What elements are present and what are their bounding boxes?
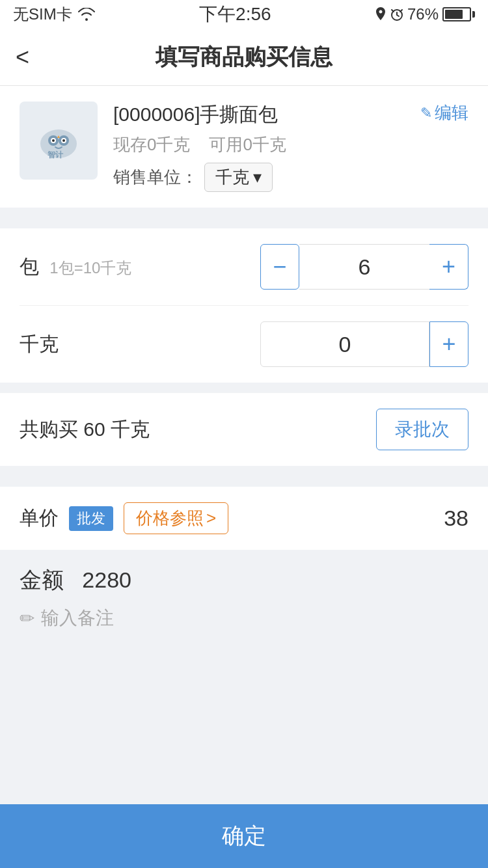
amount-section: 金额 2280 ✏ 输入备注 xyxy=(0,550,488,647)
input-section: 包 1包=10千克 − + 千克 + xyxy=(0,228,488,383)
kg-plus-button[interactable]: + xyxy=(429,321,468,367)
bag-plus-button[interactable]: + xyxy=(429,244,468,290)
price-ref-label: 价格参照 xyxy=(136,507,204,530)
bag-quantity-row: 包 1包=10千克 − + xyxy=(20,228,468,306)
bag-sublabel: 1包=10千克 xyxy=(49,259,131,277)
owl-logo: 智计 xyxy=(36,121,81,160)
battery-percent: 76% xyxy=(407,5,439,23)
price-ref-button[interactable]: 价格参照 > xyxy=(124,502,228,534)
svg-point-6 xyxy=(52,139,55,142)
kg-label: 千克 xyxy=(20,331,247,358)
amount-row: 金额 2280 xyxy=(20,565,468,595)
product-info: [0000006]手撕面包 ✎ 编辑 现存0千克 可用0千克 销售单位： 千克 … xyxy=(113,102,468,192)
unit-selector[interactable]: 千克 ▾ xyxy=(204,163,273,192)
edit-button[interactable]: ✎ 编辑 xyxy=(420,102,468,124)
edit-label: 编辑 xyxy=(435,102,468,124)
edit-icon: ✎ xyxy=(420,105,432,122)
product-top-row: [0000006]手撕面包 ✎ 编辑 xyxy=(113,102,468,133)
price-value: 38 xyxy=(444,506,468,531)
remark-placeholder: 输入备注 xyxy=(41,606,114,631)
svg-point-7 xyxy=(62,139,65,142)
price-ref-arrow-icon: > xyxy=(206,508,216,528)
batch-button[interactable]: 录批次 xyxy=(376,409,468,450)
svg-text:智计: 智计 xyxy=(47,150,64,159)
price-section: 单价 批发 价格参照 > 38 xyxy=(0,487,488,550)
price-tag: 批发 xyxy=(69,506,113,531)
status-time: 下午2:56 xyxy=(199,2,271,27)
carrier-label: 无SIM卡 xyxy=(13,4,72,25)
amount-value: 2280 xyxy=(82,567,131,592)
location-icon xyxy=(375,7,386,21)
unit-chevron-icon: ▾ xyxy=(253,167,262,187)
product-stock: 现存0千克 可用0千克 xyxy=(113,133,468,156)
bag-label: 包 1包=10千克 xyxy=(20,254,247,280)
section-separator-2 xyxy=(0,466,488,476)
available-stock: 可用0千克 xyxy=(209,135,286,154)
confirm-text: 确定 xyxy=(222,821,266,851)
pencil-icon: ✏ xyxy=(20,608,34,629)
section-separator-1 xyxy=(0,218,488,228)
unit-value: 千克 xyxy=(215,166,249,189)
kg-quantity-row: 千克 + xyxy=(20,306,468,383)
confirm-bar[interactable]: 确定 xyxy=(0,804,488,868)
total-section: 共购买 60 千克 录批次 xyxy=(0,393,488,466)
alarm-icon xyxy=(390,7,403,21)
bag-qty-control: − + xyxy=(260,244,468,290)
current-stock: 现存0千克 xyxy=(113,135,190,154)
kg-qty-control: + xyxy=(260,321,468,367)
product-name: [0000006]手撕面包 xyxy=(113,102,278,128)
nav-bar: < 填写商品购买信息 xyxy=(0,29,488,86)
product-thumbnail: 智计 xyxy=(20,102,98,180)
wifi-icon xyxy=(77,8,96,21)
product-card: 智计 [0000006]手撕面包 ✎ 编辑 现存0千克 可用0千克 销售单位： … xyxy=(0,86,488,208)
bag-minus-button[interactable]: − xyxy=(260,244,299,290)
unit-label: 销售单位： xyxy=(113,166,198,189)
status-left: 无SIM卡 xyxy=(13,4,96,25)
total-label: 共购买 60 千克 xyxy=(20,416,150,443)
page-title: 填写商品购买信息 xyxy=(156,42,332,72)
kg-qty-input[interactable] xyxy=(260,321,429,367)
status-right: 76% xyxy=(375,5,475,23)
amount-label: 金额 xyxy=(20,567,64,592)
price-label: 单价 xyxy=(20,505,59,532)
product-unit-row: 销售单位： 千克 ▾ xyxy=(113,163,468,192)
bag-qty-input[interactable] xyxy=(299,244,429,290)
back-button[interactable]: < xyxy=(16,44,29,71)
battery-icon xyxy=(442,7,475,21)
remark-row[interactable]: ✏ 输入备注 xyxy=(20,606,468,641)
status-bar: 无SIM卡 下午2:56 76% xyxy=(0,0,488,29)
